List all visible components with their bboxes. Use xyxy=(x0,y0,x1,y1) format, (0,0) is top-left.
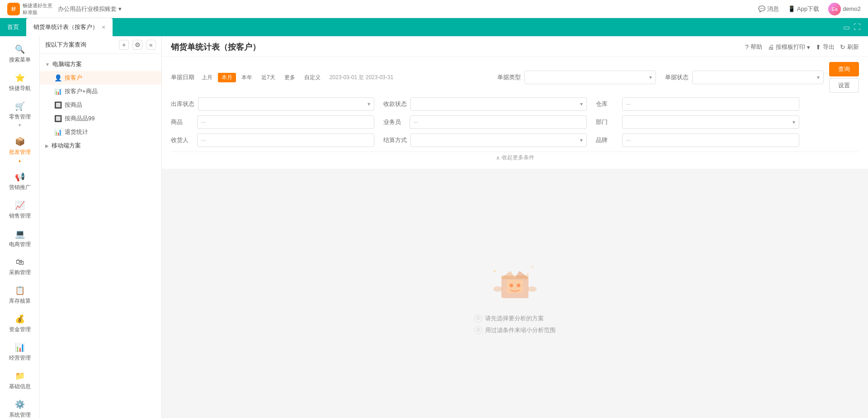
help-button[interactable]: ? 帮助 xyxy=(745,43,762,51)
arrow-right-icon: ▶ xyxy=(45,143,49,148)
sidebar-item-sales[interactable]: 📈 销售管理 xyxy=(0,196,39,224)
brand-label: 品牌 xyxy=(596,136,618,144)
sidebar-item-inventory[interactable]: 📋 库存核算 xyxy=(0,281,39,309)
search-icon: 🔍 xyxy=(15,44,25,54)
scheme-sidebar-actions: + ⚙ « xyxy=(119,40,156,50)
topbar: 好 畅捷通好生意 标准版 办公用品行业模拟账套 ▾ 💬 消息 📱 App下载 E… xyxy=(0,0,868,18)
shortcut-7days[interactable]: 近7天 xyxy=(258,73,279,82)
avatar: Ea xyxy=(828,3,841,15)
scheme-item-by-customer[interactable]: 👤 按客户 xyxy=(40,71,161,85)
docstatus-select[interactable]: ▾ xyxy=(692,71,824,84)
scheme-group-desktop-title[interactable]: ▼ 电脑端方案 xyxy=(40,57,161,71)
chevron-down-icon4: ▾ xyxy=(817,74,820,81)
empty-hint-1: ① 请先选择要分析的方案 xyxy=(474,314,556,323)
chart-icon: 📊 xyxy=(54,88,62,95)
topbar-left: 好 畅捷通好生意 标准版 办公用品行业模拟账套 ▾ xyxy=(7,2,122,15)
sidebar-item-marketing[interactable]: 📢 营销推广 xyxy=(0,167,39,196)
ecommerce-icon: 💻 xyxy=(15,229,25,239)
scheme-item-by-customer-goods[interactable]: 📊 按客户+商品 xyxy=(40,85,161,98)
scheme-sidebar-header: 按以下方案查询 + ⚙ « xyxy=(40,36,161,54)
shortcut-more[interactable]: 更多 xyxy=(281,73,299,82)
template-print-button[interactable]: 🖨 按模板打印 ▾ xyxy=(768,43,810,51)
goods-select[interactable]: ··· xyxy=(197,115,374,129)
collapse-bar[interactable]: ∧ 收起更多条件 xyxy=(171,152,859,163)
svg-point-5 xyxy=(493,286,502,292)
refresh-button[interactable]: ↻ 刷新 xyxy=(840,43,859,51)
inventory-icon: 📋 xyxy=(15,285,25,295)
arrow-down-icon: ▼ xyxy=(45,62,50,67)
settings-button[interactable]: 设置 xyxy=(829,78,859,93)
receiptstatus-select[interactable]: ▾ xyxy=(410,97,587,111)
page-header-actions: ? 帮助 🖨 按模板打印 ▾ ⬆ 导出 ↻ 刷新 xyxy=(745,43,859,51)
tab-home[interactable]: 首页 xyxy=(0,18,26,36)
svg-point-4 xyxy=(517,284,520,287)
shortcut-custom[interactable]: 自定义 xyxy=(301,73,324,82)
query-button[interactable]: 查询 xyxy=(829,62,859,76)
purchase-icon: 🛍 xyxy=(16,257,24,267)
sidebar-item-retail[interactable]: 🛒 零售管理 ▾ xyxy=(0,97,39,132)
filter-docstatus-item: 单据状态 ▾ xyxy=(665,71,824,84)
minimize-icon[interactable]: ▭ xyxy=(843,23,850,32)
export-button[interactable]: ⬆ 导出 xyxy=(816,43,835,51)
outstatus-select[interactable]: ▾ xyxy=(198,97,374,111)
warehouse-select[interactable]: ··· xyxy=(622,97,799,111)
goods-label: 商品 xyxy=(171,118,193,126)
chevron-down-icon: ▾ xyxy=(19,123,21,128)
industry-selector[interactable]: 办公用品行业模拟账套 ▾ xyxy=(58,5,122,13)
filter-goods-item: 商品 ··· xyxy=(171,115,374,129)
chevron-down-icon5: ▾ xyxy=(368,101,370,107)
sidebar-item-ecommerce[interactable]: 💻 电商管理 xyxy=(0,224,39,253)
scheme-item-by-goods99[interactable]: 🔲 按商品品99 xyxy=(40,112,161,125)
scheme-group-mobile-title[interactable]: ▶ 移动端方案 xyxy=(40,139,161,152)
shortcut-this-year[interactable]: 本年 xyxy=(238,73,256,82)
shortcut-this-month[interactable]: 本月 xyxy=(218,73,236,82)
tab-sales-stats[interactable]: 销货单统计表（按客户） × xyxy=(26,18,113,36)
salesman-select[interactable]: ··· xyxy=(410,115,587,129)
collapse-label: 收起更多条件 xyxy=(502,154,534,162)
settlement-label: 结算方式 xyxy=(383,136,407,144)
outstatus-label: 出库状态 xyxy=(171,100,194,108)
sidebar-item-wholesale[interactable]: 📦 批发管理 ▴ xyxy=(0,132,39,167)
sidebar-item-finance[interactable]: 💰 资金管理 xyxy=(0,309,39,338)
action-buttons: 查询 设置 xyxy=(829,62,859,93)
app-download-button[interactable]: 📱 App下载 xyxy=(788,5,819,13)
date-range: 2023-03-01 至 2023-03-31 xyxy=(330,74,393,81)
marketing-icon: 📢 xyxy=(15,172,25,182)
brand-select[interactable]: ··· xyxy=(622,133,799,147)
chevron-down-icon7: ▾ xyxy=(793,119,795,125)
add-scheme-button[interactable]: + xyxy=(119,40,129,50)
sidebar-item-basic[interactable]: 📁 基础信息 xyxy=(0,366,39,395)
filter-date-item: 单据日期 上月 本月 本年 近7天 更多 自定义 2023-03-01 至 20… xyxy=(171,73,488,82)
filter-salesman-item: 业务员 ··· xyxy=(383,115,587,129)
empty-state: ✦ ✦ ✦ ① 请先选择要分析的方案 ② 用过滤条件来缩小分析范围 xyxy=(162,169,868,418)
main-content: 销货单统计表（按客户） ? 帮助 🖨 按模板打印 ▾ ⬆ 导出 xyxy=(162,36,868,418)
hint-num-2: ② xyxy=(474,326,482,334)
receiver-select[interactable]: ··· xyxy=(197,133,374,147)
message-button[interactable]: 💬 消息 xyxy=(758,5,779,13)
expand-icon[interactable]: ⛶ xyxy=(854,23,861,31)
doctype-select[interactable]: ▾ xyxy=(524,71,656,84)
filter-area: 单据日期 上月 本月 本年 近7天 更多 自定义 2023-03-01 至 20… xyxy=(162,57,868,169)
receiver-label: 收货人 xyxy=(171,136,193,144)
sidebar-item-purchase[interactable]: 🛍 采购管理 xyxy=(0,253,39,281)
settings-scheme-button[interactable]: ⚙ xyxy=(132,40,142,50)
sidebar-item-search[interactable]: 🔍 搜索菜单 xyxy=(0,40,39,68)
user-menu[interactable]: Ea demo2 xyxy=(828,3,861,15)
scheme-item-by-goods[interactable]: 🔲 按商品 xyxy=(40,98,161,112)
settlement-select[interactable]: ▾ xyxy=(410,133,587,147)
filter-doctype-item: 单据类型 ▾ xyxy=(497,71,656,84)
tabbar-actions: ▭ ⛶ xyxy=(843,23,868,32)
grid-icon2: 🔲 xyxy=(54,115,62,122)
date-label: 单据日期 xyxy=(171,73,194,81)
shortcut-last-month[interactable]: 上月 xyxy=(198,73,216,82)
sidebar-item-system[interactable]: ⚙️ 系统管理 xyxy=(0,395,39,418)
svg-rect-1 xyxy=(501,276,528,279)
collapse-scheme-button[interactable]: « xyxy=(146,40,156,50)
docstatus-label: 单据状态 xyxy=(665,73,689,81)
scheme-item-refund[interactable]: 📊 退货统计 xyxy=(40,125,161,139)
sidebar-item-quick[interactable]: ⭐ 快捷导航 xyxy=(0,68,39,97)
svg-text:✦: ✦ xyxy=(526,272,529,276)
close-icon[interactable]: × xyxy=(102,24,105,31)
department-select[interactable]: ▾ xyxy=(622,115,799,129)
sidebar-item-operations[interactable]: 📊 经营管理 xyxy=(0,338,39,366)
